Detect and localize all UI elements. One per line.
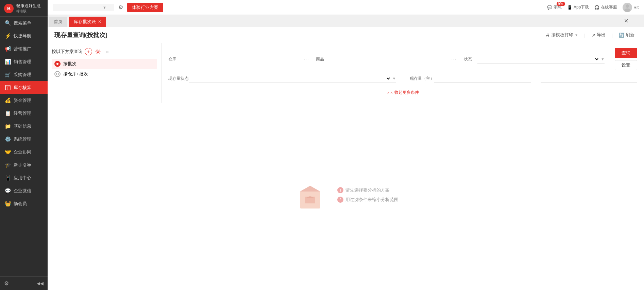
inventory-qty-from-wrap [434, 75, 531, 83]
scheme-gear-btn[interactable] [94, 48, 102, 55]
sidebar-item-label: 基础信息 [14, 123, 31, 129]
collapse-scheme-icon[interactable]: « [104, 48, 111, 55]
sidebar-item-label: 快捷导航 [14, 33, 31, 39]
filter-right: 仓库 ··· 商品 ··· 状态 [162, 43, 644, 103]
print-chevron-icon: ▼ [575, 33, 578, 37]
sidebar-nav: 🔍 搜索菜单 ⚡ 快捷导航 📢 营销推广 📊 销售管理 🛒 采购管理 [0, 17, 48, 276]
sidebar-toggle-btn[interactable]: ◀◀ [37, 281, 44, 286]
scheme-item-warehouse-batch[interactable]: 按仓库+批次 [52, 69, 157, 79]
sidebar-item-appstore[interactable]: 📱 应用中心 [0, 171, 48, 184]
settings-btn[interactable]: 设置 [615, 60, 637, 70]
tab-home-label: 首页 [54, 19, 63, 25]
messages-btn[interactable]: 💬 消息 99+ [547, 4, 562, 10]
collapse-more-btn[interactable]: ∧∧ 收起更多条件 [168, 87, 637, 98]
sidebar-item-enterprise[interactable]: 🤝 企业协同 [0, 146, 48, 159]
avatar [623, 3, 632, 12]
filter-title-text: 按以下方案查询 [52, 49, 83, 55]
warehouse-input[interactable] [182, 57, 302, 61]
sidebar-item-members[interactable]: 👑 畅会员 [0, 197, 48, 210]
inventory-qty-to-input[interactable] [541, 76, 637, 81]
refresh-icon: 🔄 [619, 33, 624, 38]
user-menu[interactable]: Rit [623, 3, 639, 12]
export-btn[interactable]: ↗ 导出 [589, 31, 608, 39]
settings-gear-icon[interactable]: ⚙ [4, 280, 9, 287]
filter-left: 按以下方案查询 + « [48, 43, 162, 103]
sidebar-item-system[interactable]: ⚙️ 系统管理 [0, 133, 48, 146]
sidebar-item-label: 库存核算 [14, 85, 31, 91]
sidebar-item-label: 应用中心 [14, 175, 31, 181]
refresh-btn[interactable]: 🔄 刷新 [616, 31, 637, 39]
mobile-icon: 📱 [5, 175, 11, 181]
sidebar-item-newbie[interactable]: 🎓 新手引导 [0, 159, 48, 171]
print-btn[interactable]: 🖨 按模板打印 ▼ [543, 31, 581, 39]
svg-point-1 [626, 4, 629, 8]
tip-text-2: 用过滤条件来缩小分析范围 [345, 197, 399, 203]
sidebar-item-wechat[interactable]: 💬 企业微信 [0, 184, 48, 197]
tab-home[interactable]: 首页 [49, 17, 67, 27]
status-select-wrap: ▼ [477, 55, 605, 64]
status-filter-group: 状态 ▼ [464, 55, 605, 64]
inventory-qty-label: 现存量（主） [410, 76, 434, 81]
sidebar-item-purchase[interactable]: 🛒 采购管理 [0, 68, 48, 81]
goods-input[interactable] [329, 57, 450, 61]
sidebar-item-label: 系统管理 [14, 136, 31, 142]
sidebar-item-shortcut[interactable]: ⚡ 快捷导航 [0, 30, 48, 42]
goods-label: 商品 [316, 56, 329, 62]
money-icon: 💰 [5, 97, 11, 104]
svg-point-3 [97, 51, 99, 53]
app-logo: B [4, 4, 14, 13]
sidebar-item-label: 采购管理 [14, 72, 31, 78]
empty-content: 1 请先选择要分析的方案 2 用过滤条件来缩小分析范围 [293, 180, 399, 214]
sidebar-item-finance[interactable]: 💰 资金管理 [0, 94, 48, 107]
tab-bar-close-btn[interactable]: ✕ [622, 16, 630, 25]
sidebar-item-label: 经营管理 [14, 110, 31, 116]
tab-close-icon[interactable]: ✕ [98, 19, 101, 24]
status-select[interactable] [477, 56, 599, 62]
online-service-label: 在线客服 [601, 4, 617, 10]
sidebar-item-label: 企业微信 [14, 188, 31, 194]
goods-more-icon[interactable]: ··· [452, 57, 457, 61]
svg-point-5 [56, 73, 58, 75]
search-input[interactable] [56, 5, 101, 10]
sidebar-item-label: 畅会员 [14, 201, 27, 207]
empty-tips: 1 请先选择要分析的方案 2 用过滤条件来缩小分析范围 [337, 187, 399, 206]
svg-point-2 [624, 8, 630, 12]
action-btn-group: 查询 设置 [615, 48, 637, 70]
tip-num-1: 1 [337, 187, 343, 193]
online-service-btn[interactable]: 🎧 在线客服 [594, 4, 617, 10]
chevron-down-icon[interactable]: ▼ [103, 5, 106, 10]
sidebar-item-inventory[interactable]: 库存核算 [0, 81, 48, 94]
sidebar-item-search[interactable]: 🔍 搜索菜单 [0, 17, 48, 30]
clipboard-icon: 📋 [5, 110, 11, 116]
messages-badge: 99+ [557, 2, 565, 6]
chat-icon: 💬 [5, 188, 11, 194]
add-scheme-btn[interactable]: + [85, 48, 92, 55]
status-chevron-icon: ▼ [601, 57, 605, 61]
mobile-download-icon: 📱 [567, 5, 572, 10]
inventory-qty-from-input[interactable] [434, 76, 531, 81]
sidebar-item-sales[interactable]: 📊 销售管理 [0, 55, 48, 68]
experience-btn[interactable]: 体验行业方案 [127, 3, 163, 12]
sidebar-bottom: ⚙ ◀◀ [0, 276, 48, 290]
scheme-item-batch[interactable]: 按批次 [52, 59, 157, 69]
inventory-status-select[interactable] [189, 76, 391, 81]
inventory-status-group: 现存量状态 ▼ [168, 74, 396, 83]
tab-bar: 首页 库存批次账 ✕ ✕ [48, 15, 644, 27]
sidebar: B 畅康通好生意 标准版 🔍 搜索菜单 ⚡ 快捷导航 📢 营销推广 📊 销售管理 [0, 0, 48, 290]
tip-text-1: 请先选择要分析的方案 [345, 187, 390, 193]
app-download-btn[interactable]: 📱 App下载 [567, 4, 589, 10]
query-btn[interactable]: 查询 [615, 48, 637, 58]
sidebar-item-operations[interactable]: 📋 经营管理 [0, 107, 48, 120]
topbar-gear-icon[interactable]: ⚙ [117, 3, 124, 12]
tab-inventory-batch[interactable]: 库存批次账 ✕ [69, 17, 106, 27]
sidebar-item-label: 营销推广 [14, 46, 31, 52]
main-area: ▼ ⚙ 体验行业方案 💬 消息 99+ 📱 App下载 🎧 在线客服 [48, 0, 644, 290]
sidebar-item-marketing[interactable]: 📢 营销推广 [0, 42, 48, 55]
status-label: 状态 [464, 56, 477, 62]
warehouse-more-icon[interactable]: ··· [304, 57, 309, 61]
filter-row-1: 仓库 ··· 商品 ··· 状态 [168, 48, 637, 70]
warehouse-input-wrap: ··· [182, 55, 309, 63]
sidebar-item-label: 新手引导 [14, 162, 31, 168]
sidebar-item-basic[interactable]: 📁 基础信息 [0, 120, 48, 133]
collapse-label: 收起更多条件 [394, 90, 419, 95]
